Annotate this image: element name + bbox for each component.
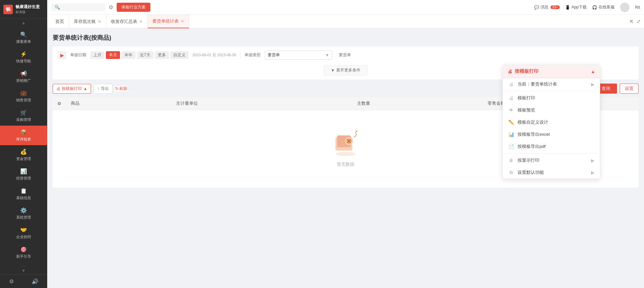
sidebar-item-label: 系统管理 <box>16 215 31 220</box>
dropdown-item-export-excel[interactable]: 📊 按模板导出excel <box>503 128 600 140</box>
filter-divider <box>240 52 240 59</box>
avatar[interactable] <box>620 3 630 12</box>
pdf-item-icon: 📄 <box>508 144 514 149</box>
sales-nav-icon: 💼 <box>20 90 27 96</box>
monitor-item-icon: 🖥 <box>508 158 514 163</box>
tab-inventory-batch[interactable]: 库存批次账 ✕ <box>69 15 106 28</box>
printer-icon: 🖨 <box>56 86 60 91</box>
main-content: 🔍 ⚙ 体验行业方案 💬 消息 99+ 📱 App下载 🎧 在线客服 Rit <box>47 0 644 288</box>
online-service-button[interactable]: 🎧 在线客服 <box>592 4 615 10</box>
dropdown-item-template-preview[interactable]: 👁 模板预览 <box>503 104 600 116</box>
tab-inventory-batch-close[interactable]: ✕ <box>98 19 101 24</box>
dropdown-current-label: 当前：要货单统计表 <box>518 81 557 87</box>
tab-home[interactable]: 首页 <box>51 15 69 28</box>
page-title: 要货单统计表(按商品) <box>53 34 639 42</box>
settings-table-icon[interactable]: ⚙ <box>57 101 61 106</box>
tab-order-stats-close[interactable]: ✕ <box>181 19 184 24</box>
search-input[interactable] <box>62 5 96 10</box>
tab-close-all-button[interactable]: ✕ <box>629 18 634 25</box>
design-item-icon: ✏️ <box>508 120 514 125</box>
dropdown-item-template-print[interactable]: 🖨 模板打印 <box>503 92 600 104</box>
sidebar-item-purchase[interactable]: 🛒 采购管理 <box>0 106 47 126</box>
tab-collect-summary-close[interactable]: ✕ <box>139 19 143 24</box>
dropdown-header: 🖨 按模板打印 ▲ <box>503 65 600 78</box>
print-dropdown-menu: 🖨 按模板打印 ▲ 🖨 当前：要货单统计表 ▶ 🖨 模板打印 <box>502 65 600 179</box>
marketing-nav-icon: 📢 <box>20 70 27 77</box>
sidebar-item-system[interactable]: ⚙️ 系统管理 <box>0 204 47 223</box>
date-btn-this-month[interactable]: 本月 <box>106 51 120 59</box>
type-filter-value: 要货单 <box>268 52 280 58</box>
chevron-right-icon: ▶ <box>591 82 594 87</box>
date-range-display: 2023-06-01 至 2023-06-30 <box>193 53 236 58</box>
sidebar-item-finance[interactable]: 💰 资金管理 <box>0 145 47 165</box>
sidebar-item-inventory[interactable]: 📦 库存核算 <box>0 126 47 145</box>
dropdown-item-display-left: 🖥 按显示打印 <box>508 157 539 163</box>
dropdown-item-current[interactable]: 🖨 当前：要货单统计表 ▶ <box>503 78 600 90</box>
print-chevron-up-icon: ▲ <box>83 86 87 91</box>
sidebar-item-label: 营销推广 <box>16 78 31 83</box>
purchase-nav-icon: 🛒 <box>20 109 27 116</box>
type-filter-label: 单据类型 <box>244 52 261 58</box>
export-button[interactable]: ↑ 导出 <box>94 84 113 94</box>
dropdown-item-label: 按模板导出excel <box>518 131 550 137</box>
print-item-icon: 🖨 <box>508 95 514 101</box>
dropdown-item-label: 设置默认功能 <box>518 169 544 175</box>
dropdown-chevron-up-icon[interactable]: ▲ <box>591 69 595 74</box>
tab-collect-summary[interactable]: 收发存汇总表 ✕ <box>106 15 148 28</box>
date-btn-more[interactable]: 更多 <box>155 51 169 59</box>
gear-icon[interactable]: ⚙ <box>109 4 113 10</box>
dropdown-divider-2 <box>503 153 600 154</box>
dropdown-item-label: 模板自定义设计 <box>518 119 548 125</box>
chevron-right-icon-3: ▶ <box>591 170 594 175</box>
sidebar-item-corp[interactable]: 🤝 企业协同 <box>0 223 47 243</box>
message-button[interactable]: 💬 消息 99+ <box>534 4 560 10</box>
date-btn-last-month[interactable]: 上月 <box>90 51 105 59</box>
date-btn-this-year[interactable]: 本年 <box>121 51 136 59</box>
dropdown-item-export-pdf[interactable]: 📄 按模板导出pdf <box>503 140 600 153</box>
sidebar-scroll-up[interactable]: ▲ <box>0 19 47 27</box>
sidebar-item-marketing[interactable]: 📢 营销推广 <box>0 67 47 87</box>
sidebar-scroll-down[interactable]: ▼ <box>0 267 47 275</box>
app-download-button[interactable]: 📱 App下载 <box>565 4 587 10</box>
print-button[interactable]: 🖨 按模板打印 ▲ <box>53 84 91 94</box>
date-btn-custom[interactable]: 自定义 <box>170 51 188 59</box>
excel-item-icon: 📊 <box>508 132 514 137</box>
logo-text: 畅康通好生意 标准版 <box>16 4 40 14</box>
dropdown-item-template-design[interactable]: ✏️ 模板自定义设计 <box>503 116 600 128</box>
sidebar-item-guide[interactable]: 🎯 新手引导 <box>0 243 47 262</box>
type-filter-select[interactable]: 要货单 ▼ <box>265 51 332 60</box>
sidebar-nav: 🔍 搜索菜单 ⚡ 快捷导航 📢 营销推广 💼 销售管理 🛒 采购管理 📦 库存核… <box>0 27 47 267</box>
tab-expand-button[interactable]: ⤢ <box>636 18 641 25</box>
corp-nav-icon: 🤝 <box>20 227 27 233</box>
settings-icon[interactable]: ⚙ <box>9 278 14 285</box>
sidebar-item-operation[interactable]: 📊 经营管理 <box>0 165 47 184</box>
logo-icon: 畅 <box>3 5 13 14</box>
topbar-search-box[interactable]: 🔍 <box>51 3 105 11</box>
refresh-button[interactable]: ↻ 刷新 <box>115 86 127 92</box>
filter-expand-icon[interactable]: ▶ <box>58 51 66 59</box>
export-icon: ↑ <box>97 86 99 91</box>
action-bar-right: 查询 设置 <box>595 84 639 94</box>
sidebar-item-app[interactable]: 📱 应用中心 <box>0 262 47 267</box>
dropdown-item-current-left: 🖨 当前：要货单统计表 <box>508 81 557 87</box>
chevron-right-icon-2: ▶ <box>591 158 594 163</box>
sidebar-item-search[interactable]: 🔍 搜索菜单 <box>0 28 47 47</box>
base-nav-icon: 📋 <box>20 188 27 194</box>
date-btn-7days[interactable]: 近7天 <box>137 51 153 59</box>
empty-text: 暂无数据 <box>337 161 354 167</box>
speaker-icon[interactable]: 🔊 <box>32 278 38 285</box>
dropdown-item-display-print[interactable]: 🖥 按显示打印 ▶ <box>503 154 600 166</box>
expand-more-button[interactable]: ▼ 展开更多条件 <box>324 65 368 75</box>
svg-point-0 <box>335 152 356 156</box>
inventory-nav-icon: 📦 <box>20 129 27 135</box>
tab-order-stats[interactable]: 要货单统计表 ✕ <box>148 15 189 28</box>
sidebar-item-shortcut[interactable]: ⚡ 快捷导航 <box>0 47 47 67</box>
setting-button[interactable]: 设置 <box>620 84 639 94</box>
sidebar-item-base[interactable]: 📋 基础信息 <box>0 184 47 204</box>
sidebar-item-sales[interactable]: 💼 销售管理 <box>0 87 47 106</box>
sidebar-item-label: 企业协同 <box>16 234 31 239</box>
th-goods: 商品 <box>66 97 171 110</box>
date-group: 上月 本月 本年 近7天 更多 自定义 <box>90 51 188 59</box>
dropdown-item-set-default[interactable]: ⚙ 设置默认功能 ▶ <box>503 166 600 179</box>
trial-button[interactable]: 体验行业方案 <box>117 3 150 12</box>
